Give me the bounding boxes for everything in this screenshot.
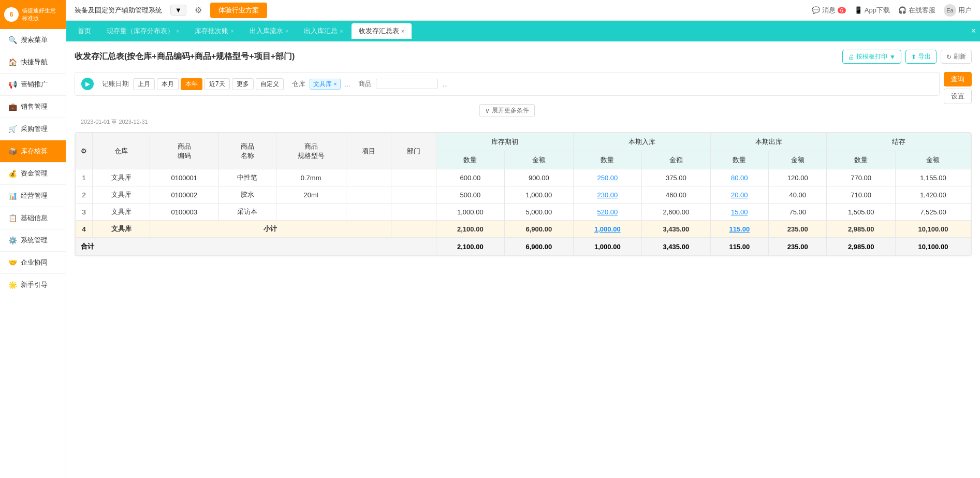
- message-badge: 6: [838, 7, 846, 13]
- system-select[interactable]: ▼: [170, 5, 186, 16]
- table-row: 2 文具库 0100002 胶水 20ml 500.00 1,000.00 23…: [76, 186, 971, 204]
- row-project: [346, 186, 391, 204]
- sidebar-item-purchase[interactable]: 🛒 采购管理: [0, 118, 66, 140]
- topbar: 装备及固定资产辅助管理系统 ▼ ⚙ 体验行业方案 💬 消息 6 📱 App下载 …: [66, 0, 980, 21]
- warehouse-tag: 文具库 ×: [310, 79, 341, 90]
- date-range-display: 2023-01-01 至 2023-12-31: [75, 118, 940, 126]
- row-amt-init: 6,900.00: [505, 221, 574, 238]
- row-qty-in[interactable]: 230.00: [573, 186, 642, 204]
- message-item[interactable]: 💬 消息 6: [812, 6, 846, 15]
- tab-recv-send-summary[interactable]: 收发存汇总表 ×: [352, 23, 412, 39]
- row-amt-out: 235.00: [769, 221, 827, 238]
- query-button[interactable]: 查询: [944, 72, 972, 86]
- sidebar-item-system[interactable]: ⚙️ 系统管理: [0, 229, 66, 252]
- gear-icon[interactable]: ⚙: [195, 5, 202, 15]
- row-qty-in[interactable]: 250.00: [573, 169, 642, 186]
- row-amt-out: 120.00: [769, 169, 827, 186]
- tab-inventory-dist-close[interactable]: ×: [176, 28, 179, 34]
- row-qty-end: 770.00: [827, 169, 896, 186]
- sidebar-item-enterprise-label: 企业协同: [21, 258, 48, 267]
- date-btn-7days[interactable]: 近7天: [204, 78, 230, 90]
- tab-inout-flow-label: 出入库流水: [250, 26, 283, 36]
- export-icon: ⬆: [911, 53, 916, 61]
- settings-button[interactable]: 设置: [944, 89, 972, 104]
- system-icon: ⚙️: [8, 236, 17, 244]
- tab-inout-flow-close[interactable]: ×: [285, 28, 288, 34]
- online-service-item[interactable]: 🎧 在线客服: [898, 6, 935, 15]
- date-btn-more[interactable]: 更多: [232, 78, 254, 90]
- row-qty-out[interactable]: 20.00: [710, 186, 768, 204]
- sidebar-item-quick-nav[interactable]: 🏠 快捷导航: [0, 51, 66, 74]
- th-qty-end: 数量: [827, 151, 896, 169]
- basic-icon: 📋: [8, 214, 17, 222]
- sidebar-item-operation[interactable]: 📊 经营管理: [0, 185, 66, 207]
- row-code: 0100001: [150, 169, 219, 186]
- th-qty-out: 数量: [710, 151, 768, 169]
- finance-icon: 💰: [8, 169, 17, 178]
- phone-icon: 📱: [854, 6, 862, 14]
- topbar-right: 💬 消息 6 📱 App下载 🎧 在线客服 Ea 用户: [812, 4, 972, 17]
- sidebar-title-line1: 畅捷通好生意: [22, 7, 56, 15]
- row-project: [346, 169, 391, 186]
- row-qty-in[interactable]: 520.00: [573, 204, 642, 221]
- sidebar-item-guide[interactable]: 🌟 新手引导: [0, 274, 66, 296]
- sidebar-item-marketing[interactable]: 📢 营销推广: [0, 74, 66, 96]
- user-item[interactable]: Ea 用户: [944, 4, 972, 17]
- row-qty-out[interactable]: 15.00: [710, 204, 768, 221]
- table-row: 3 文具库 0100003 采访本 1,000.00 5,000.00 520.…: [76, 204, 971, 221]
- row-qty-out[interactable]: 80.00: [710, 169, 768, 186]
- sidebar-item-sales[interactable]: 💼 销售管理: [0, 96, 66, 118]
- product-input[interactable]: [376, 79, 438, 89]
- warehouse-tag-close[interactable]: ×: [334, 81, 337, 87]
- th-ending-stock: 结存: [827, 133, 971, 151]
- tab-home[interactable]: 首页: [70, 23, 98, 39]
- date-btn-last-month[interactable]: 上月: [133, 78, 155, 90]
- tab-batch-ledger-close[interactable]: ×: [230, 28, 233, 34]
- filter-date-group: 记账日期 上月 本月 本年 近7天 更多 自定义: [102, 78, 284, 90]
- row-no: 1: [76, 169, 93, 186]
- row-qty-in[interactable]: 1,000.00: [573, 221, 642, 238]
- column-settings-icon[interactable]: ⚙: [81, 147, 87, 155]
- th-spec: 商品规格型号: [276, 133, 346, 169]
- date-btn-this-year[interactable]: 本年: [181, 78, 202, 90]
- footer-qty-end: 2,985.00: [827, 238, 896, 256]
- select-arrow-icon: ▼: [175, 6, 182, 14]
- print-button[interactable]: 🖨 按模板打印 ▼: [842, 50, 901, 64]
- table-row: 1 文具库 0100001 中性笔 0.7mm 600.00 900.00 25…: [76, 169, 971, 186]
- tab-inout-summary-close[interactable]: ×: [340, 28, 343, 34]
- tabbar-close-button[interactable]: ×: [971, 26, 976, 36]
- page-title-row: 收发存汇总表(按仓库+商品编码+商品+规格型号+项目+部门) 🖨 按模板打印 ▼…: [75, 50, 972, 64]
- tab-inout-summary[interactable]: 出入库汇总 ×: [297, 23, 350, 39]
- user-avatar: Ea: [944, 4, 956, 17]
- expand-conditions-button[interactable]: ∨ 展开更多条件: [479, 104, 535, 117]
- sidebar-header: 6 畅捷通好生意 标准版: [0, 0, 66, 29]
- date-btn-this-month[interactable]: 本月: [157, 78, 179, 90]
- expand-label: 展开更多条件: [492, 106, 529, 115]
- tab-inventory-dist[interactable]: 现存量（库存分布表） ×: [99, 23, 186, 39]
- tab-batch-ledger[interactable]: 库存批次账 ×: [187, 23, 241, 39]
- sidebar-item-search[interactable]: 🔍 搜索菜单: [0, 29, 66, 51]
- system-name: 装备及固定资产辅助管理系统: [75, 6, 162, 15]
- warehouse-more[interactable]: ...: [345, 80, 350, 88]
- row-qty-out[interactable]: 115.00: [710, 221, 768, 238]
- trial-button[interactable]: 体验行业方案: [210, 3, 267, 18]
- tab-recv-send-summary-close[interactable]: ×: [401, 28, 404, 34]
- refresh-button[interactable]: ↻ 刷新: [941, 50, 972, 64]
- filter-expand-arrow[interactable]: ▶: [81, 78, 94, 90]
- th-warehouse: 仓库: [93, 133, 150, 169]
- row-qty-init: 600.00: [436, 169, 505, 186]
- product-label: 商品: [358, 79, 372, 89]
- sidebar-item-basic[interactable]: 📋 基础信息: [0, 207, 66, 229]
- date-btn-custom[interactable]: 自定义: [256, 78, 284, 90]
- footer-row: 合计 2,100.00 6,900.00 1,000.00 3,435.00 1…: [76, 238, 971, 256]
- sidebar-item-finance[interactable]: 💰 资金管理: [0, 163, 66, 185]
- export-button[interactable]: ⬆ 导出: [905, 50, 937, 64]
- home-icon: 🏠: [8, 58, 17, 66]
- app-download-item[interactable]: 📱 App下载: [854, 6, 890, 15]
- sidebar-item-enterprise[interactable]: 🤝 企业协同: [0, 252, 66, 274]
- sidebar-item-inventory[interactable]: 📦 库存核算: [0, 140, 66, 163]
- enterprise-icon: 🤝: [8, 258, 17, 267]
- tab-inout-flow[interactable]: 出入库流水 ×: [242, 23, 296, 39]
- product-more[interactable]: ...: [442, 80, 448, 88]
- row-name: 胶水: [218, 186, 276, 204]
